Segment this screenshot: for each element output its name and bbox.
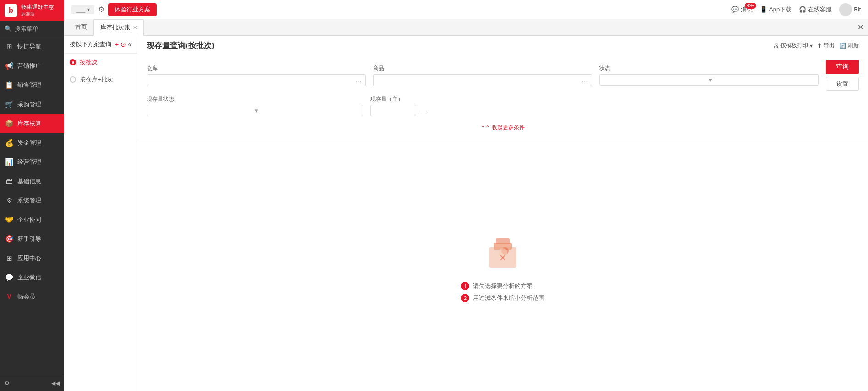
- user-name: Rit: [854, 6, 861, 13]
- filter-settings-icon[interactable]: ⊙: [121, 41, 126, 48]
- breadcrumb-text: ___: [76, 6, 85, 13]
- marketing-icon: 📢: [5, 62, 14, 70]
- sidebar-item-label: 营销推广: [17, 62, 41, 70]
- content-area: 现存量查询(按批次) 🖨 按模板打印 ▾ ⬆ 导出 🔄 刷新: [137, 36, 868, 391]
- sidebar-item-enterprise-collab[interactable]: 🤝 企业协同: [0, 210, 64, 229]
- stock-qty-min-input[interactable]: [370, 105, 416, 116]
- tab-inventory-batch[interactable]: 库存批次账 ✕: [93, 19, 144, 36]
- query-button[interactable]: 查询: [826, 60, 859, 74]
- sidebar-item-label: 快捷导航: [17, 43, 41, 51]
- sidebar-item-guide[interactable]: 🎯 新手引导: [0, 229, 64, 249]
- brand-version: 标准版: [21, 11, 54, 17]
- refresh-btn[interactable]: 🔄 刷新: [839, 42, 859, 49]
- tip-num-1: 1: [461, 282, 469, 290]
- tab-home[interactable]: 首页: [69, 19, 93, 36]
- inventory-icon: 📦: [5, 119, 14, 128]
- stock-status-select[interactable]: ▾: [147, 105, 363, 116]
- sidebar-search[interactable]: 🔍 搜索菜单: [0, 21, 64, 37]
- search-actions: 查询 设置: [826, 60, 859, 91]
- sidebar-item-operations[interactable]: 📊 经营管理: [0, 152, 64, 172]
- product-input[interactable]: [377, 76, 580, 83]
- app-logo: b: [5, 4, 17, 17]
- empty-state: 1 请先选择要分析的方案 2 用过滤条件来缩小分析范围: [137, 140, 868, 391]
- brand-info: 畅康通好生意 标准版: [21, 4, 54, 17]
- export-btn[interactable]: ⬆ 导出: [817, 42, 835, 49]
- headset-icon: 🎧: [799, 6, 806, 13]
- topbar-right: 💬 消息 99+ 📱 App下载 🎧 在线客服 Rit: [731, 3, 861, 16]
- export-btn-label: 导出: [824, 42, 835, 49]
- warehouse-input[interactable]: [151, 76, 353, 83]
- collapse-label: 收起更多条件: [492, 124, 525, 131]
- print-btn[interactable]: 🖨 按模板打印 ▾: [773, 42, 813, 49]
- empty-tips: 1 请先选择要分析的方案 2 用过滤条件来缩小分析范围: [461, 282, 544, 302]
- sidebar-item-app-center[interactable]: ⊞ 应用中心: [0, 249, 64, 268]
- brand-name: 畅康通好生意: [21, 4, 54, 11]
- product-more-icon[interactable]: …: [582, 76, 588, 84]
- sidebar-item-purchase[interactable]: 🛒 采购管理: [0, 95, 64, 114]
- topbar-settings-btn[interactable]: ⚙: [98, 5, 104, 14]
- main-content: ___ ▾ ⚙ 体验行业方案 💬 消息 99+ 📱 App下载 🎧 在线客服: [64, 0, 868, 391]
- search-row-2: 现存量状态 ▾ 现存量（主） —: [147, 95, 859, 116]
- warehouse-more-icon[interactable]: …: [355, 76, 362, 84]
- tab-close-icon[interactable]: ✕: [133, 25, 137, 31]
- product-label: 商品: [373, 65, 592, 72]
- empty-tip-2: 2 用过滤条件来缩小分析范围: [461, 294, 544, 302]
- status-arrow-icon: ▾: [709, 76, 814, 83]
- sidebar-item-enterprise-wechat[interactable]: 💬 企业微信: [0, 268, 64, 287]
- avatar: [839, 3, 852, 16]
- sidebar-item-label: 基础信息: [17, 177, 41, 185]
- sidebar-item-vip[interactable]: V 畅会员: [0, 287, 64, 306]
- status-field: 状态 ▾: [599, 65, 819, 86]
- user-avatar-item[interactable]: Rit: [839, 3, 861, 16]
- filter-item-by-batch[interactable]: 按批次: [64, 54, 137, 71]
- print-icon: 🖨: [773, 43, 779, 49]
- tab-close-right-btn[interactable]: ✕: [857, 23, 863, 32]
- filter-actions: + ⊙ «: [115, 41, 132, 48]
- enterprise-collab-icon: 🤝: [5, 216, 14, 224]
- industry-btn[interactable]: 体验行业方案: [108, 3, 157, 16]
- sidebar-item-quick-nav[interactable]: ⊞ 快捷导航: [0, 37, 64, 56]
- guide-icon: 🎯: [5, 235, 14, 243]
- product-input-wrap[interactable]: …: [373, 74, 592, 86]
- settings-button[interactable]: 设置: [826, 77, 859, 91]
- sidebar-item-system[interactable]: ⚙ 系统管理: [0, 191, 64, 210]
- tab-home-label: 首页: [75, 23, 87, 30]
- sidebar-item-label: 库存核算: [17, 119, 41, 128]
- svg-point-4: [498, 248, 507, 257]
- sidebar-footer: ⚙ ◀◀: [0, 375, 64, 391]
- sidebar-item-marketing[interactable]: 📢 营销推广: [0, 56, 64, 76]
- online-service-item[interactable]: 🎧 在线客服: [799, 5, 832, 14]
- radio-by-warehouse-batch: [70, 76, 76, 83]
- messages-item[interactable]: 💬 消息 99+: [731, 5, 753, 14]
- page-area: 按以下方案查询 + ⊙ « 按批次 按仓库+批次: [64, 36, 868, 391]
- filter-collapse-icon[interactable]: «: [128, 41, 132, 48]
- mobile-icon: 📱: [760, 6, 767, 13]
- collapse-bar[interactable]: ⌃⌃ 收起更多条件: [147, 121, 859, 134]
- sidebar-collapse-btn[interactable]: ◀◀: [50, 379, 60, 387]
- sidebar-item-label: 新手引导: [17, 235, 41, 243]
- messages-badge: 99+: [745, 3, 756, 9]
- online-service-label: 在线客服: [808, 5, 832, 14]
- app-download-item[interactable]: 📱 App下载: [760, 5, 791, 14]
- refresh-icon: 🔄: [839, 43, 846, 49]
- filter-item-by-warehouse-batch[interactable]: 按仓库+批次: [64, 71, 137, 88]
- sales-icon: 📋: [5, 81, 14, 89]
- breadcrumb-dropdown-icon[interactable]: ▾: [87, 6, 90, 13]
- sidebar-item-sales[interactable]: 📋 销售管理: [0, 76, 64, 95]
- product-field: 商品 …: [373, 65, 592, 86]
- sidebar-search-label: 搜索菜单: [15, 25, 38, 33]
- sidebar-item-label: 系统管理: [17, 196, 41, 205]
- radio-dot: [72, 61, 74, 64]
- filter-item-label: 按批次: [80, 58, 98, 66]
- sidebar-item-inventory[interactable]: 📦 库存核算: [0, 114, 64, 133]
- sidebar-settings-btn[interactable]: ⚙: [4, 379, 11, 387]
- sidebar-item-finance[interactable]: 💰 资金管理: [0, 133, 64, 152]
- warehouse-input-wrap[interactable]: …: [147, 74, 366, 86]
- app-download-label: App下载: [769, 5, 791, 14]
- sidebar-item-basic-info[interactable]: 🗃 基础信息: [0, 172, 64, 191]
- status-select[interactable]: ▾: [599, 74, 819, 86]
- filter-add-icon[interactable]: +: [115, 41, 119, 48]
- empty-illustration: [480, 229, 526, 275]
- refresh-btn-label: 刷新: [848, 42, 859, 49]
- stock-status-label: 现存量状态: [147, 95, 363, 103]
